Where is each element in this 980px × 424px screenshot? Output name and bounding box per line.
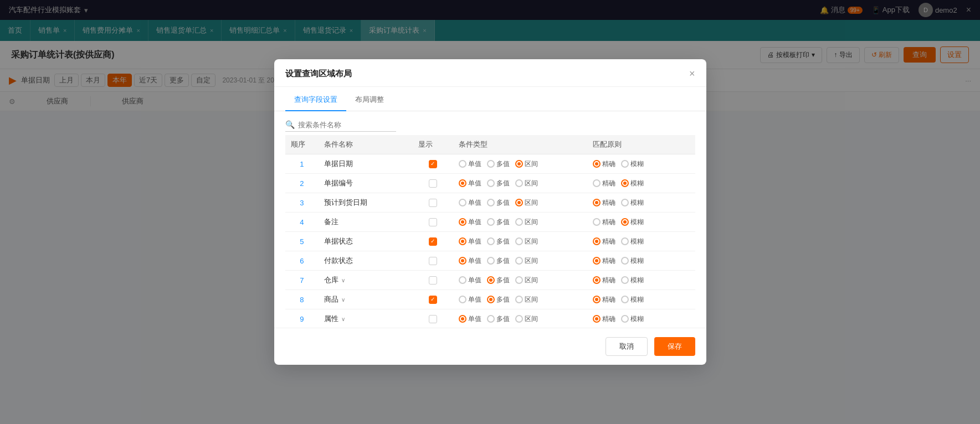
dialog-header: 设置查询区域布局 × [274,59,706,87]
settings-dialog: 设置查询区域布局 × 查询字段设置 布局调整 🔍 顺序 [274,59,706,111]
tab-query-fields[interactable]: 查询字段设置 [285,89,346,111]
modal-overlay: 设置查询区域布局 × 查询字段设置 布局调整 🔍 顺序 [0,0,980,111]
dialog-tabs: 查询字段设置 布局调整 [274,89,706,111]
tab-layout-adjust[interactable]: 布局调整 [346,89,393,111]
dialog-close-button[interactable]: × [689,68,695,80]
dialog-title: 设置查询区域布局 [285,69,352,79]
